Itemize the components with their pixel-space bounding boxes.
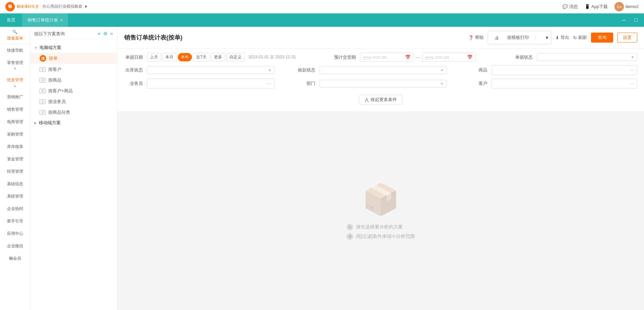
collapse-panel-btn[interactable]: « — [110, 31, 113, 37]
empty-num-2: ② — [346, 233, 353, 240]
date-btn-this-month[interactable]: 本月 — [162, 53, 176, 61]
dept-select[interactable]: ▼ — [319, 80, 447, 88]
expected-date-input-group: yyyy-mm-dd 📅 — yyyy-mm-dd 📅 — [360, 53, 476, 62]
by-salesperson-icon: 业 — [40, 99, 46, 104]
user-area[interactable]: Ea demo2 — [614, 2, 639, 11]
salesperson-select[interactable]: ··· — [147, 79, 274, 89]
filter-item-by-order[interactable]: 按 按单 — [30, 53, 117, 64]
out-status-select[interactable]: ▼ — [147, 66, 274, 74]
sidebar: 🔍 搜索菜单 快捷导航 零售管理 ▼ 批发管理 ▲ 营销推广 销售管理 电商管理… — [0, 27, 30, 310]
sidebar-item-basic[interactable]: 基础信息 — [0, 178, 30, 190]
sidebar-item-sales[interactable]: 销售管理 — [0, 103, 30, 116]
print-btn[interactable]: 🖨 按模板打印 — [488, 31, 536, 44]
date-btn-last-month[interactable]: 上月 — [147, 53, 161, 61]
app-download-btn[interactable]: 📱 App下载 — [585, 4, 608, 10]
status-label: 单据状态 — [514, 54, 533, 60]
filter-tree: ▼ 电脑端方案 按 按单 客 按客户 商 按商品 — [30, 40, 117, 131]
out-status-label: 出库状态 — [124, 67, 143, 73]
logo-text: 畅捷通好生意 — [17, 4, 39, 9]
receipt-status-select[interactable]: ▼ — [319, 66, 447, 74]
sidebar-item-collab[interactable]: 企业协同 — [0, 203, 30, 215]
date-btn-more[interactable]: 更多 — [211, 53, 225, 61]
tab-active[interactable]: 销售订单统计表 × — [22, 13, 68, 27]
help-btn[interactable]: ❓ 帮助 — [468, 35, 484, 41]
sidebar-item-operation[interactable]: 经营管理 — [0, 165, 30, 178]
print-dropdown-btn[interactable]: ▼ — [543, 34, 551, 42]
goods-dots[interactable]: ··· — [630, 67, 634, 73]
filter-row-3: 业务员 ··· 部门 ▼ 客户 ··· — [124, 79, 637, 89]
query-button[interactable]: 查询 — [591, 33, 613, 43]
filter-group-mobile-header[interactable]: ▶ 移动端方案 — [30, 118, 117, 128]
calendar-icon-2: 📅 — [467, 55, 473, 60]
sidebar-item-ecommerce[interactable]: 电商管理 — [0, 116, 30, 128]
filter-item-by-cust-goods[interactable]: 客 按客户+商品 — [30, 86, 117, 96]
add-scheme-btn[interactable]: + — [98, 31, 101, 37]
status-caret: ▼ — [631, 55, 634, 59]
page-header: 销售订单统计表(按单) ❓ 帮助 🖨 按模板打印 ▼ — [117, 27, 644, 49]
calendar-icon-1: 📅 — [405, 55, 411, 60]
goods-select[interactable]: ··· — [491, 65, 637, 75]
avatar: Ea — [614, 2, 624, 11]
filter-group-pc-header[interactable]: ▼ 电脑端方案 — [30, 43, 117, 53]
sidebar-item-wholesale[interactable]: 批发管理 ▲ — [0, 74, 30, 91]
sidebar-item-system[interactable]: 系统管理 — [0, 190, 30, 203]
expected-date-start[interactable]: yyyy-mm-dd 📅 — [360, 53, 414, 62]
left-panel-header: 按以下方案查询 + ⚙ « — [30, 31, 117, 40]
sidebar-item-appcenter[interactable]: 应用中心 — [0, 227, 30, 240]
date-btn-this-year[interactable]: 本年 — [178, 53, 192, 61]
date-btn-custom[interactable]: 自定义 — [226, 53, 245, 61]
sidebar-item-retail[interactable]: 零售管理 ▼ — [0, 57, 30, 74]
retail-arrow: ▼ — [13, 67, 17, 70]
date-separator: — — [416, 55, 420, 60]
out-status-caret: ▼ — [268, 68, 271, 72]
tab-maximize-btn[interactable]: □ — [631, 15, 641, 25]
workspace-selector[interactable]: 办公用品行业模拟账套 ▼ — [42, 4, 88, 9]
sidebar-item-newbie[interactable]: 新手引导 — [0, 215, 30, 227]
filter-item-by-goods[interactable]: 商 按商品 — [30, 75, 117, 86]
date-label: 单据日期 — [124, 54, 143, 60]
print-btn-group: 🖨 按模板打印 ▼ — [488, 31, 551, 44]
sidebar-item-member[interactable]: 畅会员 — [0, 252, 30, 265]
top-bar-left: 畅 畅捷通好生意 办公用品行业模拟账套 ▼ — [5, 2, 88, 11]
by-goods-icon: 商 — [40, 78, 46, 83]
refresh-btn[interactable]: ↻ 刷新 — [573, 35, 587, 41]
filter-row-1: 单据日期 上月 本月 本年 近7天 更多 自定义 2023-01-01 至 20… — [124, 53, 637, 62]
customer-dots[interactable]: ··· — [630, 81, 634, 87]
export-btn[interactable]: ⬇ 导出 — [555, 35, 569, 41]
pc-group-arrow: ▼ — [34, 46, 38, 50]
top-bar-right: 💬 消息 📱 App下载 Ea demo2 — [562, 2, 639, 11]
expected-date-end[interactable]: yyyy-mm-dd 📅 — [422, 53, 476, 62]
expected-date-label: 预计交货期 — [334, 54, 356, 60]
message-btn[interactable]: 💬 消息 — [562, 4, 578, 10]
sidebar-item-wechat[interactable]: 企业微信 — [0, 240, 30, 252]
receipt-status-label: 收款状态 — [297, 67, 315, 73]
tab-minimize-btn[interactable]: ─ — [619, 15, 629, 25]
status-select[interactable]: ▼ — [537, 53, 637, 61]
settings-button[interactable]: 设置 — [617, 33, 637, 43]
salesperson-dots[interactable]: ··· — [267, 81, 271, 87]
customer-select[interactable]: ··· — [491, 79, 637, 89]
tab-home[interactable]: 首页 — [0, 13, 22, 27]
collapse-btn[interactable]: ⋀ 收起更多条件 — [359, 95, 402, 105]
filter-item-by-salesperson[interactable]: 业 按业务员 — [30, 96, 117, 107]
sidebar-item-finance[interactable]: 资金管理 — [0, 153, 30, 165]
filter-item-by-category[interactable]: 类 按商品分类 — [30, 107, 117, 118]
sidebar-item-quick-nav[interactable]: 快捷导航 — [0, 44, 30, 57]
sidebar-item-purchase[interactable]: 采购管理 — [0, 128, 30, 141]
settings-scheme-btn[interactable]: ⚙ — [103, 31, 108, 37]
filter-area: 单据日期 上月 本月 本年 近7天 更多 自定义 2023-01-01 至 20… — [117, 49, 644, 112]
empty-hint-2: ② 用[过滤]条件来缩小分析范围 — [346, 233, 415, 240]
empty-illustration: 📦 — [362, 182, 399, 217]
sidebar-search[interactable]: 🔍 搜索菜单 — [0, 27, 30, 44]
date-buttons: 上月 本月 本年 近7天 更多 自定义 — [147, 53, 245, 61]
customer-label: 客户 — [469, 81, 487, 87]
tab-close-icon[interactable]: × — [60, 17, 63, 23]
app-icon: 📱 — [585, 4, 590, 9]
sidebar-item-marketing[interactable]: 营销推广 — [0, 91, 30, 103]
date-btn-7days[interactable]: 近7天 — [193, 53, 210, 61]
filter-item-by-customer[interactable]: 客 按客户 — [30, 64, 117, 75]
page-header-actions: ❓ 帮助 🖨 按模板打印 ▼ ⬇ 导出 — [468, 31, 637, 48]
salesperson-label: 业务员 — [124, 81, 143, 87]
sidebar-item-inventory[interactable]: 库存核算 — [0, 141, 30, 153]
empty-state: 📦 ① 请先选择要分析的方案 ② 用[过滤]条件来缩小分析范围 — [117, 112, 644, 310]
